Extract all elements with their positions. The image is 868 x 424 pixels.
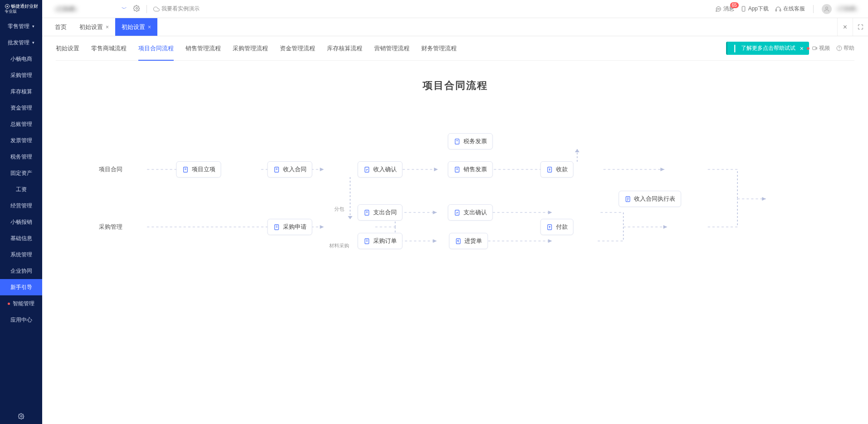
flow-title: 项目合同流程: [56, 79, 854, 92]
flow-row-label-purchase: 采购管理: [99, 223, 122, 231]
video-link[interactable]: 视频: [807, 44, 830, 52]
sidebar-item-7[interactable]: 发票管理: [0, 132, 42, 149]
sidebar-item-2[interactable]: 小畅电商: [0, 51, 42, 67]
sidebar-item-label: 发票管理: [10, 137, 32, 145]
svg-marker-35: [433, 211, 437, 214]
online-service-label: 在线客服: [783, 5, 805, 13]
user-menu[interactable]: （已隐藏）: [822, 4, 861, 14]
svg-point-3: [717, 9, 717, 9]
document-icon: [454, 138, 461, 145]
node-income-confirm[interactable]: 收入确认: [358, 161, 403, 178]
online-service-button[interactable]: 在线客服: [775, 5, 805, 13]
subtab-7[interactable]: 营销管理流程: [374, 42, 410, 55]
node-tax-invoice[interactable]: 税务发票: [448, 133, 493, 149]
tab-label: 初始设置: [122, 23, 145, 31]
sidebar-item-label: 经营管理: [10, 202, 32, 210]
close-hint-icon[interactable]: ×: [800, 45, 804, 52]
node-label: 销售发票: [463, 165, 487, 173]
sidebar-item-8[interactable]: 税务管理: [0, 149, 42, 165]
sidebar-item-label: 小畅电商: [10, 55, 32, 63]
sidebar-item-label: 应用中心: [10, 316, 32, 324]
node-label: 收入确认: [373, 165, 397, 173]
sidebar-item-label: 资金管理: [10, 104, 32, 112]
sidebar-item-3[interactable]: 采购管理: [0, 67, 42, 83]
sidebar-item-label: 工资: [16, 186, 27, 193]
help-hint-bar[interactable]: ┃ 了解更多点击帮助试试 ×: [726, 42, 809, 55]
svg-marker-36: [433, 239, 437, 243]
close-tab-icon[interactable]: ×: [106, 24, 109, 30]
subtab-6[interactable]: 库存核算流程: [327, 42, 362, 55]
divider: [146, 5, 147, 13]
svg-marker-13: [816, 47, 817, 49]
node-sales-invoice[interactable]: 销售发票: [448, 161, 493, 178]
node-purchase-order[interactable]: 采购订单: [358, 233, 403, 249]
sidebar-item-9[interactable]: 固定资产: [0, 165, 42, 181]
svg-marker-40: [548, 239, 552, 243]
org-selector-caret-icon[interactable]: ﹀: [122, 5, 127, 13]
flow-row-label-project: 项目合同: [99, 165, 122, 173]
sidebar-item-label: 库存核算: [10, 88, 32, 96]
help-link[interactable]: 帮助: [836, 44, 854, 52]
node-receipt[interactable]: 收款: [541, 161, 574, 178]
subtab-2[interactable]: 项目合同流程: [138, 42, 174, 55]
sidebar-item-16[interactable]: 新手引导: [0, 279, 42, 295]
node-expense-confirm[interactable]: 支出确认: [448, 204, 493, 221]
tab-1[interactable]: 初始设置×: [73, 18, 115, 36]
settings-icon[interactable]: [133, 5, 140, 13]
tab-2[interactable]: 初始设置×: [115, 18, 157, 36]
node-label: 支出确认: [463, 208, 487, 217]
fullscreen-icon[interactable]: [853, 18, 868, 36]
tab-0[interactable]: 首页: [49, 18, 73, 36]
sidebar-item-4[interactable]: 库存核算: [0, 83, 42, 100]
node-income-exec[interactable]: 收入合同执行表: [619, 191, 681, 207]
message-icon: [715, 6, 722, 12]
sidebar-item-11[interactable]: 经营管理: [0, 198, 42, 214]
node-expense-contract[interactable]: 支出合同: [358, 204, 403, 221]
sidebar-item-17[interactable]: 智能管理: [0, 295, 42, 312]
app-download-button[interactable]: App下载: [741, 5, 769, 13]
svg-point-15: [839, 49, 839, 50]
subtab-5[interactable]: 资金管理流程: [280, 42, 315, 55]
sidebar-item-18[interactable]: 应用中心: [0, 312, 42, 328]
caret-down-icon: ▾: [32, 24, 34, 29]
sidebar-list: 零售管理▾批发管理▾小畅电商采购管理库存核算资金管理总账管理发票管理税务管理固定…: [0, 18, 42, 409]
sidebar: 零售管理▾批发管理▾小畅电商采购管理库存核算资金管理总账管理发票管理税务管理固定…: [0, 18, 42, 424]
node-payment[interactable]: 付款: [541, 219, 574, 235]
demo-link[interactable]: 我要看实例演示: [153, 5, 200, 13]
document-icon: [546, 166, 553, 173]
node-project-init[interactable]: 项目立项: [176, 161, 221, 178]
document-icon: [624, 196, 631, 202]
sidebar-item-13[interactable]: 基础信息: [0, 230, 42, 246]
sidebar-item-15[interactable]: 企业协同: [0, 263, 42, 279]
subtab-4[interactable]: 采购管理流程: [233, 42, 268, 55]
sidebar-item-10[interactable]: 工资: [0, 181, 42, 198]
sidebar-item-0[interactable]: 零售管理▾: [0, 18, 42, 34]
subtab-1[interactable]: 零售商城流程: [91, 42, 127, 55]
subtab-8[interactable]: 财务管理流程: [421, 42, 457, 55]
org-name[interactable]: （已隐藏）: [51, 5, 81, 13]
messages-button[interactable]: 消息 65: [715, 5, 734, 13]
sidebar-item-1[interactable]: 批发管理▾: [0, 34, 42, 51]
tab-label: 初始设置: [79, 23, 103, 31]
subtab-0[interactable]: 初始设置: [56, 42, 79, 55]
sidebar-item-12[interactable]: 小畅报销: [0, 214, 42, 230]
sidebar-item-14[interactable]: 系统管理: [0, 246, 42, 263]
node-purchase-req[interactable]: 采购申请: [268, 219, 312, 235]
subtabs-row: 初始设置零售商城流程项目合同流程销售管理流程采购管理流程资金管理流程库存核算流程…: [56, 36, 854, 61]
sidebar-item-6[interactable]: 总账管理: [0, 116, 42, 132]
node-income-contract[interactable]: 收入合同: [268, 161, 312, 178]
sidebar-item-5[interactable]: 资金管理: [0, 100, 42, 116]
svg-marker-27: [660, 168, 664, 171]
document-icon: [454, 166, 461, 173]
sidebar-item-label: 税务管理: [10, 153, 32, 161]
close-all-tabs-button[interactable]: ×: [837, 18, 853, 36]
sidebar-item-label: 固定资产: [10, 169, 32, 177]
sidebar-settings-icon[interactable]: [0, 409, 42, 424]
node-goods-receipt[interactable]: 进货单: [449, 233, 488, 249]
close-tab-icon[interactable]: ×: [148, 24, 151, 30]
product-edition: 专业版: [5, 9, 17, 14]
sidebar-item-label: 智能管理: [13, 300, 34, 308]
sidebar-item-label: 基础信息: [10, 235, 32, 242]
subtab-3[interactable]: 销售管理流程: [185, 42, 221, 55]
notify-dot-icon: [8, 303, 10, 305]
